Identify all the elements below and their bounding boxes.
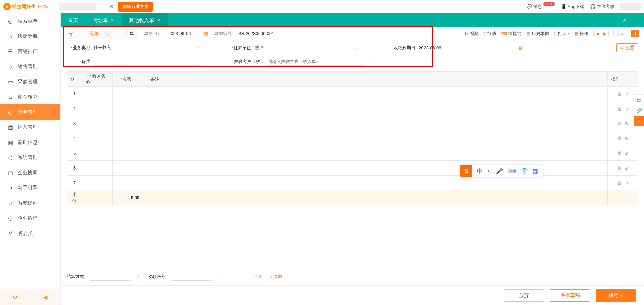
tab-fullscreen-button[interactable]: ⛶	[632, 15, 642, 25]
add-row-icon[interactable]: ⊕	[624, 151, 628, 156]
cell-amount[interactable]	[113, 131, 143, 146]
sidebar-item-inventory[interactable]: ⌂库存核算	[0, 89, 60, 104]
delete-row-icon[interactable]: 🗑	[617, 136, 622, 141]
table-row[interactable]: 5🗑⊕	[67, 146, 638, 161]
receipt-account-input[interactable]	[171, 273, 212, 281]
sidebar-item-quicknav[interactable]: ⌂快捷导航	[0, 29, 60, 44]
save-button[interactable]: 保存▾	[596, 289, 636, 302]
close-icon[interactable]: ✕	[111, 18, 114, 23]
view-list-button[interactable]: ≡	[618, 30, 626, 37]
sidebar-item-wechat[interactable]: ◌企业微信	[0, 211, 60, 226]
sidebar-item-purchase[interactable]: ▭采购管理	[0, 74, 60, 89]
sidebar-item-search[interactable]: ◎搜索菜单	[0, 13, 60, 29]
cell-income-name[interactable]	[82, 146, 113, 161]
calendar-icon[interactable]: ▦	[518, 45, 522, 50]
biz-type-select[interactable]: 往来收入	[93, 43, 194, 52]
dock-note-icon[interactable]: ▤	[634, 94, 644, 104]
dock-expand-icon[interactable]: ⤢	[634, 116, 644, 126]
partner-lookup-button[interactable]: ···	[354, 45, 359, 50]
prev-record-button[interactable]: ◀	[594, 30, 601, 37]
cell-remark[interactable]	[143, 101, 608, 116]
cell-remark[interactable]	[143, 146, 608, 161]
toolbar-shortcut[interactable]: ⌨快捷键	[501, 31, 521, 37]
add-row-icon[interactable]: ⊕	[624, 165, 628, 171]
bill-date-value[interactable]: 2023-06-06	[168, 30, 198, 37]
settlement-method-input[interactable]	[90, 273, 131, 281]
cell-remark[interactable]	[143, 131, 608, 146]
cell-amount[interactable]	[113, 146, 143, 161]
cell-amount[interactable]	[113, 87, 143, 101]
account-lookup-button[interactable]: ···	[218, 274, 223, 279]
settings-icon[interactable]: ⚙	[13, 294, 18, 300]
messages-link[interactable]: 💬 消息 99 +	[527, 4, 555, 10]
add-row-icon[interactable]: ⊕	[624, 136, 628, 141]
cell-income-name[interactable]	[82, 101, 113, 116]
table-row[interactable]: 1🗑⊕	[67, 87, 638, 101]
sidebar-item-marketing[interactable]: ☰营销推广	[0, 44, 60, 59]
cell-amount[interactable]	[113, 116, 143, 131]
toolbar-history[interactable]: ▤历史单据	[526, 31, 549, 37]
add-row-icon[interactable]: ⊕	[624, 91, 628, 96]
tab-home[interactable]: 首页	[61, 13, 86, 27]
cell-income-name[interactable]	[82, 161, 113, 176]
rel-customer-lookup-button[interactable]: ···	[368, 59, 372, 64]
cell-remark[interactable]	[143, 116, 608, 131]
chevron-down-icon[interactable]: ﹀	[137, 274, 141, 280]
toolbar-video[interactable]: ▷视频	[465, 31, 479, 37]
save-draft-button[interactable]: 保存草稿	[550, 289, 590, 302]
cell-amount[interactable]	[113, 161, 143, 176]
cell-income-name[interactable]	[82, 131, 113, 146]
cell-amount[interactable]	[113, 101, 143, 116]
col-gear[interactable]: ⚙	[67, 72, 82, 87]
ime-keyboard-icon[interactable]: ⌨	[508, 167, 516, 175]
sidebar-item-funds[interactable]: ◎资金管理	[0, 104, 60, 120]
cell-remark[interactable]	[143, 176, 608, 190]
ime-skin-icon[interactable]: 👕	[521, 167, 528, 175]
delete-row-icon[interactable]: 🗑	[617, 91, 622, 96]
toolbar-print[interactable]: ⎙打印 ▾	[554, 31, 570, 37]
chevron-down-icon[interactable]: ﹀	[197, 45, 201, 51]
radio-blue[interactable]: 蓝单	[69, 31, 99, 37]
cell-amount[interactable]	[113, 176, 143, 190]
toolbar-ops[interactable]: ▦操作	[574, 31, 588, 37]
delete-row-icon[interactable]: 🗑	[617, 106, 622, 111]
table-row[interactable]: 2🗑⊕	[67, 101, 638, 116]
delete-row-icon[interactable]: 🗑	[617, 165, 622, 171]
rel-customer-input[interactable]	[267, 58, 365, 66]
ime-mic-icon[interactable]: 🎤	[496, 167, 503, 175]
table-row[interactable]: 3🗑⊕	[67, 116, 638, 131]
col-amount[interactable]: ◇*金额	[113, 72, 143, 87]
customer-service-link[interactable]: 🎧 在线客服	[590, 4, 614, 10]
bill-no-value[interactable]: SR-20230606-001	[238, 30, 281, 37]
col-income-name[interactable]: ◇*收入名称	[82, 72, 113, 87]
toolbar-help[interactable]: ?帮助	[483, 31, 496, 37]
sidebar-item-collab[interactable]: ▢企业协同	[0, 165, 60, 180]
next-record-button[interactable]: ▶	[601, 30, 608, 37]
table-row[interactable]: 6🗑⊕	[67, 161, 638, 176]
close-icon[interactable]: ✕	[157, 18, 160, 23]
remark-input[interactable]	[93, 58, 201, 66]
sidebar-item-guide[interactable]: ➔新手引导	[0, 180, 60, 195]
sidebar-item-system[interactable]: ◌系统管理	[0, 150, 60, 165]
discard-button[interactable]: 放弃	[504, 289, 544, 302]
col-remark[interactable]: ◇备注	[143, 72, 608, 87]
user-avatar[interactable]	[620, 3, 641, 10]
cell-income-name[interactable]	[82, 176, 113, 190]
dock-link-icon[interactable]: 🔗	[634, 105, 644, 115]
add-payment-button[interactable]: ⊕添加	[268, 274, 282, 280]
ime-lang[interactable]: 中	[477, 167, 483, 175]
due-date-value[interactable]: 2023-06-06	[418, 44, 516, 52]
sidebar-item-hardware[interactable]: ☺智能硬件	[0, 195, 60, 211]
cell-income-name[interactable]	[82, 87, 113, 101]
app-download-link[interactable]: 📱 App下载	[561, 4, 584, 10]
sidebar-item-basicinfo[interactable]: ▦基础信息	[0, 135, 60, 150]
org-selector[interactable]	[59, 3, 96, 10]
table-row[interactable]: 7🗑⊕	[67, 176, 638, 190]
add-row-icon[interactable]: ⊕	[624, 121, 628, 126]
calendar-icon[interactable]: ▦	[204, 31, 208, 36]
tab-other-income[interactable]: 其他收入单✕	[122, 13, 168, 27]
tab-close-button[interactable]: ✕	[620, 15, 630, 25]
gear-icon[interactable]: ⚙	[109, 4, 114, 10]
tab-payment[interactable]: 付款单✕	[86, 13, 122, 27]
cell-remark[interactable]	[143, 87, 608, 101]
